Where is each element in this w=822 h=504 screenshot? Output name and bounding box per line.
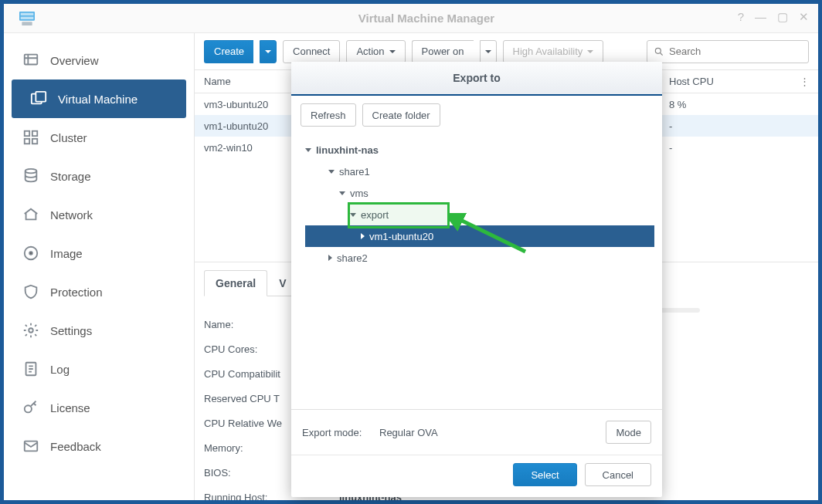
sidebar-item-license[interactable]: License: [4, 388, 194, 427]
sidebar-item-virtual-machine[interactable]: Virtual Machine: [12, 79, 186, 118]
sidebar-item-protection[interactable]: Protection: [4, 272, 194, 311]
svg-rect-10: [32, 139, 37, 144]
sidebar-item-label: Feedback: [50, 440, 101, 453]
sidebar-item-cluster[interactable]: Cluster: [4, 118, 194, 157]
tree-node-vms[interactable]: vms: [305, 182, 662, 204]
create-folder-button[interactable]: Create folder: [362, 103, 440, 127]
poweron-button[interactable]: Power on: [412, 40, 474, 63]
sidebar-item-log[interactable]: Log: [4, 350, 194, 388]
dialog-title: Export to: [291, 62, 662, 96]
sidebar-item-settings[interactable]: Settings: [4, 311, 194, 350]
column-host-cpu[interactable]: Host CPU: [666, 76, 800, 87]
search-input[interactable]: [669, 46, 802, 57]
tab-general[interactable]: General: [204, 270, 267, 296]
tree-node-share2[interactable]: share2: [305, 247, 662, 269]
create-button[interactable]: Create: [204, 40, 253, 63]
refresh-button[interactable]: Refresh: [301, 103, 356, 127]
column-menu-icon[interactable]: ⋮: [800, 76, 818, 87]
search-icon: [654, 46, 664, 57]
sidebar-item-label: Settings: [50, 324, 92, 337]
tree-node-vm1-selected[interactable]: vm1-ubuntu20: [305, 225, 654, 247]
sidebar-item-label: Image: [50, 247, 83, 260]
sidebar-item-feedback[interactable]: Feedback: [4, 427, 194, 465]
tree-node-root[interactable]: linuxhint-nas: [305, 139, 662, 161]
svg-point-14: [29, 328, 33, 333]
svg-rect-4: [25, 55, 38, 65]
cancel-button[interactable]: Cancel: [585, 463, 651, 486]
export-mode-label: Export mode:: [302, 427, 379, 438]
help-icon[interactable]: ?: [738, 10, 744, 24]
sidebar: Overview Virtual Machine Cluster Storage…: [4, 33, 195, 500]
create-dropdown[interactable]: [260, 40, 277, 63]
app-icon: [19, 12, 35, 25]
sidebar-item-label: Log: [50, 363, 70, 376]
sidebar-item-label: Network: [50, 208, 93, 222]
select-button[interactable]: Select: [513, 463, 576, 486]
svg-point-11: [25, 169, 37, 174]
tree-node-export[interactable]: export: [305, 204, 662, 225]
folder-tree: linuxhint-nas share1 vms export vm1-ubun…: [291, 134, 662, 278]
mode-button[interactable]: Mode: [606, 421, 651, 444]
svg-rect-6: [36, 92, 46, 102]
sidebar-item-label: Protection: [50, 286, 103, 299]
sidebar-item-network[interactable]: Network: [4, 195, 194, 234]
close-icon[interactable]: ✕: [799, 10, 809, 24]
svg-rect-3: [22, 22, 32, 25]
export-dialog: Export to Refresh Create folder linuxhin…: [291, 62, 662, 497]
svg-rect-1: [21, 12, 34, 15]
svg-point-16: [25, 405, 32, 412]
svg-rect-2: [21, 16, 34, 19]
poweron-dropdown[interactable]: [480, 40, 497, 63]
sidebar-item-label: License: [50, 401, 90, 414]
svg-rect-9: [25, 139, 29, 144]
sidebar-item-image[interactable]: Image: [4, 234, 194, 272]
window-title: Virtual Machine Manager: [35, 12, 818, 25]
tree-node-share1[interactable]: share1: [305, 161, 662, 182]
maximize-icon[interactable]: ▢: [777, 10, 788, 24]
svg-point-13: [29, 252, 32, 255]
svg-point-18: [655, 48, 661, 53]
sidebar-item-label: Overview: [50, 54, 99, 67]
minimize-icon[interactable]: —: [755, 10, 766, 24]
sidebar-item-label: Virtual Machine: [58, 93, 138, 106]
svg-rect-7: [25, 131, 29, 136]
export-mode-value: Regular OVA: [379, 427, 606, 438]
high-availability-button[interactable]: High Availability: [503, 40, 604, 63]
connect-button[interactable]: Connect: [283, 40, 340, 63]
action-button[interactable]: Action: [346, 40, 405, 63]
svg-rect-8: [32, 131, 37, 136]
sidebar-item-storage[interactable]: Storage: [4, 157, 194, 195]
sidebar-item-overview[interactable]: Overview: [4, 41, 194, 79]
titlebar: Virtual Machine Manager ? — ▢ ✕: [4, 4, 818, 33]
search-box[interactable]: [647, 40, 809, 63]
sidebar-item-label: Storage: [50, 170, 91, 183]
sidebar-item-label: Cluster: [50, 131, 87, 144]
